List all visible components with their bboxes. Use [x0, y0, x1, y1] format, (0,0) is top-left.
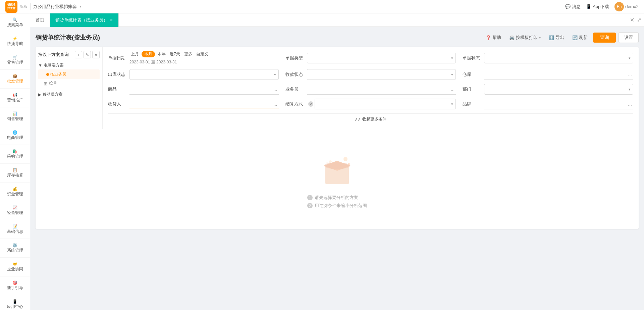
date-tab-this-year[interactable]: 本年 [156, 51, 167, 57]
scheme-section-mobile-header[interactable]: ▶ 移动端方案 [38, 90, 100, 99]
payment-select[interactable] [307, 69, 456, 80]
svg-point-3 [343, 157, 347, 161]
user-avatar[interactable]: Ea demo2 [614, 2, 639, 11]
sidebar-item-enterprise[interactable]: 🤝 企业协同 [0, 258, 30, 276]
date-tabs: 上月 本月 本年 近7天 更多 自定义 [129, 51, 210, 57]
date-tab-custom[interactable]: 自定义 [195, 51, 210, 57]
purchase-icon: 🛍️ [1, 149, 29, 154]
settlement-select[interactable] [315, 99, 456, 109]
filter-warehouse: 仓库 ... [463, 69, 633, 80]
grid-icon: ⊞ [44, 81, 48, 86]
sidebar-item-ecommerce[interactable]: 🌐 电商管理 [0, 126, 30, 145]
scheme-item-by-order[interactable]: ⊞ 按单 [38, 79, 100, 88]
help-btn[interactable]: ❓ 帮助 [483, 33, 504, 42]
sidebar-item-basic-info[interactable]: 📝 基础信息 [0, 220, 30, 239]
scheme-collapse-btn[interactable]: « [92, 51, 100, 58]
date-filter-group: 上月 本月 本年 近7天 更多 自定义 2023-03-01 至 2023-03… [129, 51, 210, 65]
product-input[interactable] [129, 84, 279, 95]
search-menu-icon: 🔍 [1, 17, 29, 22]
ops-icon: 📈 [1, 205, 29, 210]
settings-btn[interactable]: 设置 [619, 32, 639, 43]
sidebar-item-search-menu[interactable]: 🔍 搜索菜单 [0, 13, 30, 32]
sidebar-item-wholesale-mgmt[interactable]: 📦 批发管理 [0, 70, 30, 89]
sales-mgmt-icon: 📊 [1, 111, 29, 116]
sidebar-item-purchase[interactable]: 🛍️ 采购管理 [0, 145, 30, 164]
settlement-clear-btn[interactable]: ✕ [308, 101, 313, 107]
tab-close-btn[interactable]: ✕ [110, 18, 113, 22]
sidebar-item-sys-mgmt[interactable]: ⚙️ 系统管理 [0, 239, 30, 258]
receiver-dots-icon[interactable]: ... [273, 101, 277, 107]
section-arrow-down: ▼ [38, 63, 42, 68]
message-btn[interactable]: 💬 消息 [565, 4, 581, 10]
retail-mgmt-icon: 🛒 [1, 55, 29, 60]
date-tab-more[interactable]: 更多 [183, 51, 194, 57]
warehouse-input[interactable] [484, 69, 633, 80]
scheme-section-pc-header[interactable]: ▼ 电脑端方案 [38, 61, 100, 69]
receiver-input[interactable] [129, 100, 279, 108]
empty-svg [317, 149, 357, 189]
warehouse-control: ... [484, 69, 633, 80]
product-dots-icon[interactable]: ... [273, 87, 277, 92]
window-maximize-btn[interactable]: ⤢ [637, 17, 641, 23]
query-btn[interactable]: 查询 [593, 33, 616, 43]
finance-icon: 💰 [1, 187, 29, 191]
date-tab-this-month[interactable]: 本月 [142, 51, 155, 57]
warehouse-dots-icon[interactable]: ... [628, 72, 632, 77]
app-selector[interactable]: 办公用品行业模拟账套 [33, 4, 77, 10]
bill-status-select[interactable] [484, 53, 633, 63]
sidebar-label-sys-mgmt: 系统管理 [1, 248, 29, 253]
bill-type-select[interactable] [307, 53, 456, 63]
sidebar-item-sales-mgmt[interactable]: 📊 销售管理 [0, 107, 30, 126]
salesperson-input[interactable] [307, 84, 456, 95]
refresh-btn[interactable]: 🔄 刷新 [570, 33, 590, 42]
sidebar-item-newbie[interactable]: 🎯 新手引导 [0, 276, 30, 295]
top-bar-left: 畅捷通好生意 标版 办公用品行业模拟账套 ▾ [5, 1, 82, 13]
app-logo: 畅捷通好生意 [5, 1, 17, 13]
scheme-edit-btn[interactable]: ✎ [84, 51, 91, 58]
sidebar-label-search-menu: 搜索菜单 [1, 22, 29, 28]
outbound-select[interactable] [129, 69, 279, 80]
date-tab-7days[interactable]: 近7天 [168, 51, 181, 57]
ecommerce-icon: 🌐 [1, 130, 29, 135]
template-print-btn[interactable]: 🖨️ 按模板打印 ▾ [506, 33, 543, 42]
tip-num-1: 1 [307, 195, 313, 200]
date-tab-last-month[interactable]: 上月 [129, 51, 140, 57]
sidebar-item-marketing[interactable]: 📢 营销推广 [0, 89, 30, 107]
tab-sales-stat[interactable]: 销货单统计表（按业务员） ✕ [50, 13, 119, 27]
sidebar-label-ecommerce: 电商管理 [1, 135, 29, 141]
template-print-label: 按模板打印 [516, 35, 538, 41]
brand-input[interactable] [484, 99, 633, 109]
sidebar-item-retail-mgmt[interactable]: 🛒 零售管理 [0, 51, 30, 70]
collapse-btn[interactable]: ∧∧ 收起更多条件 [355, 116, 386, 122]
bill-type-label: 单据类型 [285, 55, 304, 61]
department-select[interactable] [484, 84, 633, 95]
filter-salesperson: 业务员 ... [285, 84, 456, 95]
quick-nav-icon: ⚡ [1, 36, 29, 41]
brand-dots-icon[interactable]: ... [628, 101, 632, 107]
svg-point-4 [329, 160, 332, 163]
sidebar-item-ops[interactable]: 📈 经营管理 [0, 201, 30, 220]
export-btn[interactable]: ⬆️ 导出 [546, 33, 567, 42]
sidebar-item-quick-nav[interactable]: ⚡ 快捷导航 [0, 32, 30, 51]
sidebar-label-enterprise: 企业协同 [1, 266, 29, 272]
refresh-icon: 🔄 [572, 35, 578, 40]
salesperson-dots-icon[interactable]: ... [451, 87, 455, 92]
tab-bar-right: ✕ ⤢ [630, 17, 644, 23]
scheme-add-btn[interactable]: ＋ [75, 51, 82, 58]
sidebar-item-app-center[interactable]: 📱 应用中心 [0, 295, 30, 310]
sidebar-item-finance[interactable]: 💰 资金管理 [0, 183, 30, 201]
app-download-btn[interactable]: 📱 App下载 [586, 4, 609, 10]
window-close-btn[interactable]: ✕ [630, 17, 634, 23]
scheme-item-salesperson[interactable]: 按业务员 [38, 69, 100, 79]
top-bar: 畅捷通好生意 标版 办公用品行业模拟账套 ▾ 💬 消息 📱 App下载 Ea d… [0, 0, 644, 13]
logo-subtitle: 标版 [20, 4, 28, 9]
tab-home[interactable]: 首页 [30, 13, 50, 27]
print-icon: 🖨️ [509, 35, 515, 40]
svg-point-6 [348, 163, 350, 165]
filter-settlement: 结算方式 ✕ [285, 99, 456, 109]
brand-label: 品牌 [463, 101, 481, 107]
sidebar-item-inventory[interactable]: 📋 库存核算 [0, 164, 30, 183]
sidebar-label-inventory: 库存核算 [1, 172, 29, 178]
sidebar-label-marketing: 营销推广 [1, 97, 29, 103]
tab-sales-stat-label: 销货单统计表（按业务员） [55, 17, 108, 23]
